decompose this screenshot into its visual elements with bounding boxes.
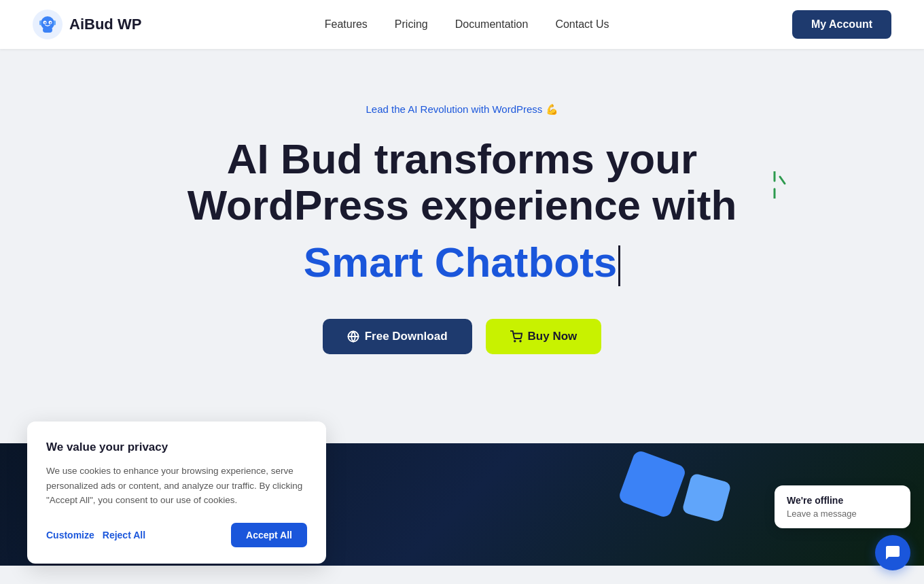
cookie-body: We use cookies to enhance your browsing … <box>46 464 307 508</box>
chat-status-title: We're offline <box>787 495 898 506</box>
hero-tag: Lead the AI Revolution with WordPress 💪 <box>366 103 558 117</box>
decorative-shape-1 <box>618 449 688 519</box>
chat-open-button[interactable] <box>875 535 910 566</box>
svg-line-11 <box>780 177 785 184</box>
logo-icon <box>33 10 63 39</box>
hero-highlight: AI Bud <box>227 136 363 182</box>
cookie-buttons: Customize Reject All Accept All <box>46 523 307 547</box>
logo-text: AiBud WP <box>69 16 141 33</box>
nav-documentation[interactable]: Documentation <box>455 18 529 31</box>
hero-title: AI Bud transforms your WordPress experie… <box>156 136 768 228</box>
svg-rect-8 <box>54 20 56 25</box>
buy-now-button[interactable]: Buy Now <box>486 319 602 354</box>
cookie-title: We value your privacy <box>46 441 307 454</box>
chat-action-label: Leave a message <box>787 509 898 519</box>
nav-features[interactable]: Features <box>325 18 368 31</box>
main-nav: Features Pricing Documentation Contact U… <box>325 18 609 31</box>
reject-all-button[interactable]: Reject All <box>103 530 145 540</box>
customize-button[interactable]: Customize <box>46 530 94 540</box>
site-header: AiBud WP Features Pricing Documentation … <box>0 0 924 49</box>
cursor-blink <box>618 245 620 286</box>
chat-icon <box>885 545 901 561</box>
svg-rect-7 <box>39 20 41 25</box>
cookie-banner: We value your privacy We use cookies to … <box>27 422 326 564</box>
svg-rect-2 <box>43 27 52 33</box>
chat-status-bubble: We're offline Leave a message <box>775 485 910 528</box>
free-download-button[interactable]: Free Download <box>323 319 472 354</box>
svg-point-5 <box>45 22 46 24</box>
wordpress-icon <box>347 330 359 343</box>
spark-decoration <box>761 171 788 199</box>
decorative-shape-2 <box>681 473 731 522</box>
nav-contact[interactable]: Contact Us <box>555 18 609 31</box>
svg-point-6 <box>50 22 52 24</box>
hero-title-line2: WordPress experience with <box>188 182 737 228</box>
hero-buttons: Free Download Buy Now <box>14 319 910 354</box>
svg-point-14 <box>520 341 521 342</box>
logo-area: AiBud WP <box>33 10 141 39</box>
hero-section: Lead the AI Revolution with WordPress 💪 … <box>0 49 924 443</box>
svg-point-13 <box>514 341 516 342</box>
cart-icon <box>510 330 522 343</box>
nav-pricing[interactable]: Pricing <box>395 18 428 31</box>
my-account-button[interactable]: My Account <box>792 10 891 39</box>
accept-all-button[interactable]: Accept All <box>231 523 307 547</box>
chat-widget: We're offline Leave a message <box>775 485 910 566</box>
hero-subtitle: Smart Chatbots <box>14 239 910 286</box>
